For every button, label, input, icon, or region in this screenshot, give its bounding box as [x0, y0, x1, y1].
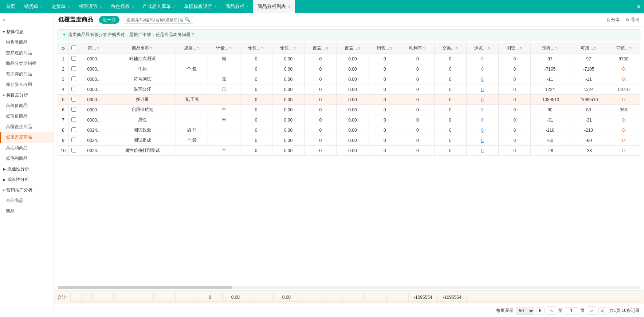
- nav-tab-sales[interactable]: 销货单 ×: [20, 0, 47, 13]
- page-size-select[interactable]: 20 50 100: [516, 307, 534, 315]
- browse1-link[interactable]: 0: [481, 128, 484, 133]
- col-cover1[interactable]: 覆盖...⇅: [305, 43, 337, 54]
- col-available[interactable]: 可用...⇅: [569, 43, 608, 54]
- nav-tab-template[interactable]: 单据模板设置 ×: [180, 0, 221, 13]
- row-browse2: 0: [499, 125, 531, 135]
- row-checkbox[interactable]: [71, 97, 76, 102]
- nav-tab-home[interactable]: 首页: [1, 0, 20, 13]
- next-page-button[interactable]: ＞: [587, 306, 596, 315]
- col-checkbox-all[interactable]: [69, 43, 79, 54]
- col-sellable[interactable]: 可销...⇅: [608, 43, 640, 54]
- table-header-row: ⚙ 商...⇅ 商品名称⇅ 规格...⇅ 计量...⇅ 销售...⇅ 销售...…: [58, 43, 640, 54]
- sidebar-item-category-rate[interactable]: 商品分类动销率: [0, 58, 54, 69]
- row-checkbox[interactable]: [71, 87, 76, 91]
- browse1-link[interactable]: 0: [481, 77, 484, 82]
- browse1-link[interactable]: 0: [481, 138, 484, 143]
- browse1-link[interactable]: 0: [481, 56, 484, 62]
- search-input[interactable]: [126, 17, 185, 23]
- col-sales1[interactable]: 销售...⇅: [240, 43, 272, 54]
- sidebar-item-traded-goods[interactable]: 交易过的商品: [0, 48, 54, 58]
- row-cover1: 0: [305, 74, 337, 84]
- row-sales3: 0: [369, 54, 401, 64]
- sidebar-collapse-button[interactable]: «: [3, 17, 6, 23]
- sidebar-item-low-coverage[interactable]: 低覆盖度商品: [0, 132, 54, 143]
- row-sales2: 0.00: [272, 64, 304, 74]
- row-trade: 0: [434, 74, 466, 84]
- close-icon[interactable]: ×: [288, 5, 290, 9]
- row-checkbox[interactable]: [71, 107, 76, 112]
- close-icon[interactable]: ×: [68, 5, 70, 9]
- col-browse2[interactable]: 浏览...⇅: [499, 43, 531, 54]
- row-code: 0000...: [79, 115, 109, 125]
- nav-tab-analysis-list[interactable]: 商品分析列表 ×: [253, 0, 295, 13]
- browse1-link[interactable]: 0: [481, 107, 484, 112]
- col-trade[interactable]: 交易...⇅: [434, 43, 466, 54]
- col-settings[interactable]: ⚙: [58, 43, 69, 54]
- close-icon[interactable]: ×: [247, 5, 249, 9]
- sidebar-item-low-value[interactable]: 低价值商品: [0, 111, 54, 122]
- col-current[interactable]: 现有...⇅: [531, 43, 569, 54]
- sidebar-section-circulation[interactable]: ▶ 流通性分析: [0, 164, 54, 174]
- row-checkbox[interactable]: [71, 76, 76, 81]
- export-button[interactable]: ↻ 导出: [626, 17, 640, 23]
- sidebar-item-high-value[interactable]: 高价值商品: [0, 100, 54, 111]
- sidebar-item-sales-goods[interactable]: 销售类商品: [0, 37, 54, 48]
- close-all-tabs-button[interactable]: ✕: [636, 3, 641, 10]
- row-checkbox[interactable]: [71, 117, 76, 122]
- browse1-link[interactable]: 0: [481, 118, 484, 123]
- row-checkbox[interactable]: [71, 148, 76, 152]
- close-icon[interactable]: ×: [215, 5, 217, 9]
- horizontal-scrollbar[interactable]: [58, 286, 640, 289]
- sidebar-item-high-profit[interactable]: 高毛利商品: [0, 143, 54, 153]
- browse1-link[interactable]: 0: [481, 67, 484, 72]
- col-profit-rate[interactable]: 毛利率⇅: [401, 43, 434, 54]
- browse1-link[interactable]: 0: [481, 87, 484, 92]
- col-spec[interactable]: 规格...⇅: [176, 43, 208, 54]
- prev-page-button[interactable]: ＜: [547, 306, 556, 315]
- close-icon[interactable]: ×: [173, 5, 175, 9]
- sidebar-section-overall[interactable]: ▾ 整体信息: [0, 27, 54, 37]
- row-checkbox[interactable]: [71, 138, 76, 142]
- browse1-link[interactable]: 0: [481, 97, 484, 102]
- col-sales3[interactable]: 销售...⇅: [369, 43, 401, 54]
- col-name[interactable]: 商品名称⇅: [109, 43, 176, 54]
- sidebar-item-stock-capital[interactable]: 库存资金占用: [0, 79, 54, 90]
- col-browse1[interactable]: 浏览...⇅: [466, 43, 498, 54]
- share-button[interactable]: ⎘ 分享: [607, 17, 620, 23]
- scrollbar-thumb[interactable]: [58, 286, 232, 289]
- row-available: -1089510: [569, 95, 608, 105]
- close-icon[interactable]: ×: [40, 5, 43, 9]
- close-icon[interactable]: ×: [100, 5, 102, 9]
- page-number-input[interactable]: [565, 307, 578, 314]
- sidebar-section-growth[interactable]: ▶ 成长性分析: [0, 174, 54, 185]
- col-unit[interactable]: 计量...⇅: [208, 43, 240, 54]
- sidebar-item-all-goods[interactable]: 全部商品: [0, 195, 54, 206]
- col-code[interactable]: 商...⇅: [79, 43, 109, 54]
- first-page-button[interactable]: K: [537, 307, 545, 314]
- select-all-checkbox[interactable]: [71, 45, 76, 50]
- row-checkbox[interactable]: [71, 127, 76, 132]
- nav-tab-perm[interactable]: 权限设置 ×: [74, 0, 106, 13]
- col-sales2[interactable]: 销售...⇅: [272, 43, 304, 54]
- sidebar-item-high-coverage[interactable]: 高覆盖度商品: [0, 122, 54, 132]
- sidebar-item-new-goods[interactable]: 新品: [0, 206, 54, 217]
- col-cover2[interactable]: 覆盖...⇅: [337, 43, 369, 54]
- sidebar-section-marketing[interactable]: ▾ 营销推广分析: [0, 185, 54, 195]
- nav-tab-analysis[interactable]: 商品分析 ×: [221, 0, 253, 13]
- browse1-link[interactable]: 0: [481, 148, 484, 153]
- sidebar-item-low-profit[interactable]: 低毛利商品: [0, 153, 54, 164]
- close-icon[interactable]: ×: [132, 5, 134, 9]
- filter-tag-recent-month[interactable]: 近一月: [99, 16, 119, 24]
- sidebar-item-stock-goods[interactable]: 有库存的商品: [0, 69, 54, 79]
- last-page-button[interactable]: >|: [598, 307, 607, 314]
- chevron-down-icon: ▾: [3, 93, 5, 97]
- row-sales2: 0.00: [272, 74, 304, 84]
- sidebar-section-cluster[interactable]: ▾ 类群度分析: [0, 90, 54, 100]
- nav-tab-product-in[interactable]: 产成品入库单 ×: [138, 0, 180, 13]
- row-profit: 0: [401, 84, 434, 95]
- row-checkbox[interactable]: [71, 66, 76, 71]
- nav-tab-purchase[interactable]: 进货单 ×: [47, 0, 74, 13]
- row-checkbox[interactable]: [71, 56, 76, 61]
- nav-tab-role[interactable]: 角色授权 ×: [106, 0, 138, 13]
- row-number: 7: [58, 115, 69, 125]
